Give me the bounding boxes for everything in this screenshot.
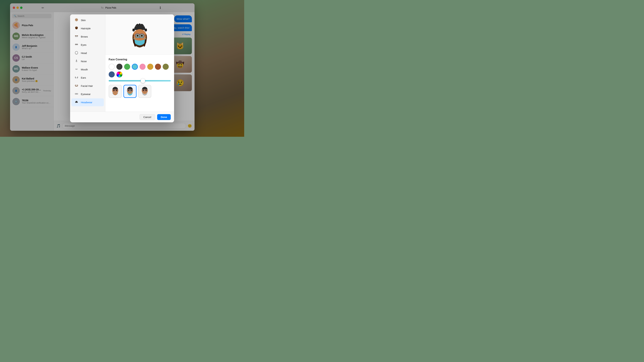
svg-point-52 xyxy=(143,90,144,91)
panel-title: Face Covering xyxy=(109,58,171,61)
mouth-icon xyxy=(74,67,79,72)
cancel-button[interactable]: Cancel xyxy=(140,114,155,120)
color-swatch-gold[interactable] xyxy=(147,64,153,70)
svg-point-21 xyxy=(146,28,147,30)
svg-point-1 xyxy=(76,19,76,20)
svg-point-24 xyxy=(143,26,144,26)
svg-point-35 xyxy=(141,35,142,36)
editor-panel: Face Covering xyxy=(105,14,174,112)
dialog-footer: Cancel Done xyxy=(70,112,174,122)
color-swatch-pink[interactable] xyxy=(140,64,146,70)
svg-point-34 xyxy=(137,35,138,36)
svg-point-3 xyxy=(76,36,76,37)
nav-label-mouth: Mouth xyxy=(81,68,88,71)
color-swatch-rainbow[interactable] xyxy=(116,71,122,77)
svg-point-23 xyxy=(136,26,136,26)
nav-label-eyes: Eyes xyxy=(81,43,86,46)
svg-point-4 xyxy=(77,36,78,37)
nav-item-facial-hair[interactable]: Facial Hair xyxy=(72,82,104,90)
color-swatches xyxy=(109,64,171,77)
eyes-icon xyxy=(74,42,79,47)
variant-row xyxy=(109,85,171,98)
nav-label-eyewear: Eyewear xyxy=(81,93,90,95)
svg-point-6 xyxy=(76,44,76,45)
svg-point-2 xyxy=(77,19,77,20)
svg-point-40 xyxy=(113,90,114,91)
memoji-character xyxy=(123,18,156,51)
brows-icon xyxy=(74,34,79,39)
nav-label-nose: Nose xyxy=(81,60,87,63)
svg-point-22 xyxy=(139,23,140,25)
nav-label-facial-hair: Facial Hair xyxy=(81,84,93,87)
nav-label-hairstyle: Hairstyle xyxy=(81,27,90,30)
nav-label-brows: Brows xyxy=(81,35,88,38)
editor-nav: Skin Hairstyle xyxy=(70,14,105,112)
nav-item-eyewear[interactable]: Eyewear xyxy=(72,90,104,98)
nav-item-brows[interactable]: Brows xyxy=(72,33,104,40)
face-covering-panel: Face Covering xyxy=(105,55,174,112)
head-icon xyxy=(74,51,79,55)
nav-item-mouth[interactable]: Mouth xyxy=(72,65,104,73)
dialog-overlay: Skin Hairstyle xyxy=(0,0,244,137)
svg-point-0 xyxy=(75,18,78,21)
svg-point-53 xyxy=(146,90,146,91)
nav-item-eyes[interactable]: Eyes xyxy=(72,41,104,49)
color-swatch-brown[interactable] xyxy=(155,64,161,70)
memoji-editor-dialog: Skin Hairstyle xyxy=(70,14,174,122)
svg-point-41 xyxy=(116,90,117,91)
svg-point-8 xyxy=(77,44,78,45)
nose-icon xyxy=(74,59,79,63)
color-swatch-green[interactable] xyxy=(124,64,130,70)
nav-item-hairstyle[interactable]: Hairstyle xyxy=(72,24,104,32)
done-button[interactable]: Done xyxy=(157,114,171,120)
color-swatch-olive[interactable] xyxy=(163,64,169,70)
variant-item-1[interactable] xyxy=(109,85,122,98)
nav-label-skin: Skin xyxy=(81,19,86,22)
color-swatch-white[interactable] xyxy=(109,64,115,70)
slider-container xyxy=(109,80,171,81)
svg-point-15 xyxy=(76,101,77,102)
svg-point-10 xyxy=(75,93,76,94)
dialog-body: Skin Hairstyle xyxy=(70,14,174,112)
skin-icon xyxy=(74,18,79,22)
nav-item-ears[interactable]: Ears xyxy=(72,74,104,82)
color-swatch-black[interactable] xyxy=(116,64,122,70)
nav-label-headwear: Headwear xyxy=(81,101,92,104)
svg-point-20 xyxy=(132,28,134,30)
slider-thumb[interactable] xyxy=(141,79,145,83)
svg-point-48 xyxy=(131,90,132,91)
nav-item-nose[interactable]: Nose xyxy=(72,57,104,65)
nav-label-ears: Ears xyxy=(81,76,86,79)
nav-item-head[interactable]: Head xyxy=(72,49,104,57)
facial-hair-icon xyxy=(74,84,79,88)
svg-point-9 xyxy=(75,51,78,54)
color-swatch-lightblue[interactable] xyxy=(132,64,138,70)
svg-rect-16 xyxy=(75,102,78,103)
nav-label-head: Head xyxy=(81,52,87,54)
nav-item-headwear[interactable]: Headwear xyxy=(72,98,104,106)
svg-point-11 xyxy=(76,93,78,94)
variant-item-3[interactable] xyxy=(138,85,151,98)
ears-icon xyxy=(74,75,79,80)
svg-point-47 xyxy=(128,90,129,91)
hairstyle-icon xyxy=(74,26,79,31)
memoji-preview xyxy=(105,14,174,55)
slider-track[interactable] xyxy=(109,80,171,81)
color-swatch-navy[interactable] xyxy=(109,71,115,77)
variant-item-2[interactable] xyxy=(124,85,136,98)
headwear-icon xyxy=(74,100,79,105)
nav-item-skin[interactable]: Skin xyxy=(72,16,104,24)
svg-point-36 xyxy=(139,38,140,38)
eyewear-icon xyxy=(74,92,79,96)
